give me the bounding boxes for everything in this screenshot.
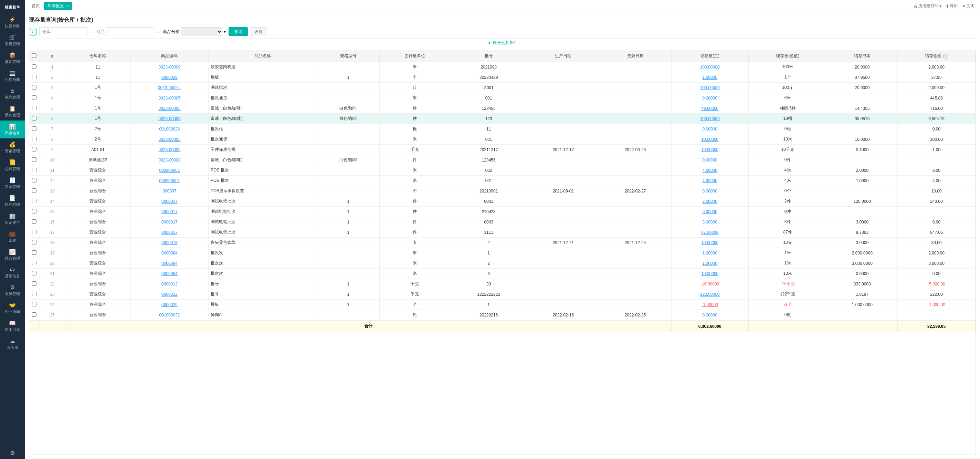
row-checkbox[interactable] <box>32 302 37 306</box>
row-checkbox[interactable] <box>32 168 37 172</box>
row-checkbox[interactable] <box>32 209 37 214</box>
sidebar-item-biz[interactable]: 📈 经营管理 <box>0 246 25 264</box>
goods-code-link[interactable]: 0000084 <box>161 251 178 255</box>
row-checkbox[interactable] <box>32 240 37 244</box>
qty-main-link[interactable]: 0.00000 <box>703 312 718 317</box>
qty-main-link[interactable]: 87.00000 <box>701 230 718 235</box>
row-checkbox[interactable] <box>32 96 37 100</box>
sidebar-item-capital[interactable]: 💰 资金管理 <box>0 139 25 156</box>
row-checkbox[interactable] <box>32 64 37 69</box>
inventory-batch-tab[interactable]: 库存批次 ✕ <box>44 2 72 10</box>
qty-main-link[interactable]: 100.00000 <box>700 116 720 121</box>
goods-code-link[interactable]: 0023-00008 <box>158 158 180 163</box>
goods-code-link[interactable]: 0023-00009 <box>158 65 180 70</box>
qty-main-link[interactable]: 122.00000 <box>700 292 720 297</box>
goods-code-link[interactable]: 0000029 <box>161 302 178 307</box>
sidebar-item-fixed-asset[interactable]: 🏢 固定资产 <box>0 210 25 228</box>
goods-input[interactable] <box>106 27 154 36</box>
goods-code-link[interactable]: 000900001 <box>159 168 180 173</box>
row-checkbox[interactable] <box>32 281 37 286</box>
qty-main-link[interactable]: -16.00000 <box>700 282 719 287</box>
goods-code-link[interactable]: 0000029 <box>161 75 178 80</box>
qty-main-link[interactable]: 1.00000 <box>703 75 718 80</box>
goods-code-link[interactable]: 000900001 <box>159 178 180 183</box>
row-checkbox[interactable] <box>32 126 37 131</box>
search-expand-btn[interactable]: › <box>29 28 37 35</box>
qty-main-link[interactable]: 0.00000 <box>703 189 718 193</box>
qty-main-link[interactable]: 100.00000 <box>700 85 720 90</box>
sidebar-item-inventory[interactable]: 📊 库存核算 <box>0 121 25 139</box>
goods-code-link[interactable]: 0023-00008 <box>158 116 180 121</box>
sidebar-item-general[interactable]: 📒 总账管理 <box>0 156 25 174</box>
goods-code-link[interactable]: 0000084 <box>161 261 178 266</box>
select-all-checkbox[interactable] <box>32 53 37 58</box>
qty-main-link[interactable]: 10.00000 <box>701 271 718 276</box>
close-btn[interactable]: ✕ 关闭 <box>961 2 976 10</box>
sidebar-logo[interactable]: 搜索菜单 <box>3 3 21 12</box>
sidebar-item-batch[interactable]: 📦 批发管理 <box>0 49 25 67</box>
row-checkbox[interactable] <box>32 85 37 89</box>
goods-code-link[interactable]: 0023-00005 <box>158 137 180 142</box>
goods-code-link[interactable]: 001000031 <box>159 312 180 317</box>
home-tab[interactable]: 首页 <box>29 3 43 9</box>
goods-code-link[interactable]: 0000078 <box>161 240 178 245</box>
goods-code-link[interactable]: 0000017 <box>161 230 178 235</box>
row-checkbox[interactable] <box>32 157 37 162</box>
row-checkbox[interactable] <box>32 219 37 224</box>
goods-code-link[interactable]: 0023-0000... <box>158 85 181 90</box>
qty-main-link[interactable]: -1.00000 <box>702 302 718 307</box>
goods-code-link[interactable]: 0023-00005 <box>158 147 180 152</box>
goods-code-link[interactable]: 0000084 <box>161 271 178 276</box>
sidebar-item-base-info[interactable]: 🗂 基础信息 <box>0 264 25 281</box>
qty-main-link[interactable]: 0.00000 <box>703 158 718 163</box>
goods-code-link[interactable]: 0023-00005 <box>158 96 180 100</box>
goods-code-link[interactable]: 001000026 <box>159 127 180 132</box>
row-checkbox[interactable] <box>32 312 37 317</box>
sidebar-item-mini-ecom[interactable]: 💻 小额电商 <box>0 67 25 85</box>
qty-main-link[interactable]: 4.00000 <box>703 178 718 183</box>
sidebar-item-corp[interactable]: 🤝 企业协同 <box>0 299 25 317</box>
sidebar-item-invoice[interactable]: 🧾 发票管理 <box>0 174 25 192</box>
sidebar-item-purchase[interactable]: 📋 采购管理 <box>0 103 25 121</box>
row-checkbox[interactable] <box>32 199 37 203</box>
expand-conditions-btn[interactable]: ▼ 展开更多条件 <box>29 38 976 47</box>
qty-main-link[interactable]: 10.00000 <box>701 137 718 142</box>
row-checkbox[interactable] <box>32 188 37 193</box>
qty-main-link[interactable]: 100.00000 <box>700 65 720 70</box>
export-btn[interactable]: ⬆ 导出 <box>944 2 959 10</box>
sidebar-item-tax[interactable]: 📑 税务管理 <box>0 192 25 210</box>
goods-code-link[interactable]: 0023-00005 <box>158 106 180 111</box>
tab-close-icon[interactable]: ✕ <box>66 4 69 8</box>
sidebar-item-quick-nav[interactable]: ⚡ 快捷导航 <box>0 13 25 31</box>
row-checkbox[interactable] <box>32 178 37 183</box>
row-checkbox[interactable] <box>32 261 37 265</box>
row-checkbox[interactable] <box>32 75 37 79</box>
sidebar-item-ecom[interactable]: 🖥 电商管理 <box>0 85 25 103</box>
row-checkbox[interactable] <box>32 137 37 141</box>
qty-main-link[interactable]: 2.00000 <box>703 199 718 204</box>
qty-main-link[interactable]: 49.60000 <box>701 106 718 111</box>
qty-main-link[interactable]: 4.00000 <box>703 168 718 173</box>
warehouse-input[interactable] <box>39 27 88 36</box>
sidebar-settings-btn[interactable]: ⚙ <box>0 447 25 459</box>
amount-info-icon[interactable]: i <box>943 54 948 59</box>
qty-main-link[interactable]: 10.00000 <box>701 240 718 245</box>
settings-button[interactable]: 设置 <box>251 27 266 36</box>
search-button[interactable]: 查询 <box>229 27 248 36</box>
row-checkbox[interactable] <box>32 106 37 110</box>
row-checkbox[interactable] <box>32 292 37 296</box>
sidebar-item-retail[interactable]: 🛒 零售管理 <box>0 31 25 49</box>
goods-code-link[interactable]: 0000017 <box>161 199 178 204</box>
batch-print-btn[interactable]: 🖨 按模板打印 ▾ <box>912 2 943 10</box>
qty-main-link[interactable]: 1.00000 <box>703 251 718 255</box>
goods-code-link[interactable]: 0000012 <box>161 292 178 297</box>
qty-main-link[interactable]: 3.00000 <box>703 220 718 225</box>
qty-main-link[interactable]: 0.00000 <box>703 209 718 214</box>
goods-code-link[interactable]: 000097 <box>162 189 176 193</box>
goods-code-link[interactable]: 0000017 <box>161 209 178 214</box>
qty-main-link[interactable]: 0.00000 <box>703 96 718 100</box>
qty-main-link[interactable]: 0.00000 <box>703 127 718 132</box>
sidebar-item-hr[interactable]: 💼 工资 <box>0 228 25 246</box>
row-checkbox[interactable] <box>32 116 37 121</box>
category-select[interactable] <box>181 27 223 36</box>
